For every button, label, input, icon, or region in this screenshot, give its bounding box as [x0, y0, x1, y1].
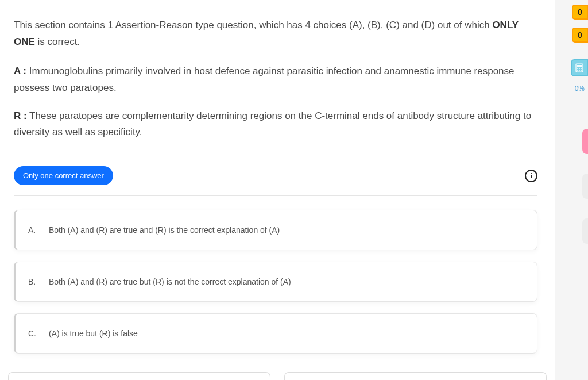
- bottom-nav-stubs: [0, 372, 555, 380]
- reason-label: R :: [14, 110, 27, 121]
- sidebar-tab-gray-2[interactable]: [582, 218, 588, 244]
- svg-point-3: [579, 68, 580, 69]
- option-letter: B.: [28, 277, 38, 286]
- svg-point-6: [579, 70, 580, 71]
- svg-point-7: [581, 70, 582, 71]
- option-letter: C.: [28, 329, 38, 338]
- divider: [14, 195, 537, 196]
- sidebar-tab-pink[interactable]: [582, 129, 588, 154]
- option-c[interactable]: C. (A) is true but (R) is false: [14, 313, 537, 354]
- sidebar-tab-gray-1[interactable]: [582, 174, 588, 199]
- calculator-icon[interactable]: [571, 59, 588, 76]
- bottom-box-right[interactable]: [284, 372, 547, 380]
- svg-point-4: [581, 68, 582, 69]
- section-instruction: This section contains 1 Assertion-Reason…: [14, 17, 537, 51]
- sidebar-divider: [565, 101, 588, 101]
- sidebar-divider: [565, 51, 588, 51]
- sidebar-counter-2[interactable]: 0: [572, 28, 588, 43]
- option-text: Both (A) and (R) are true but (R) is not…: [49, 277, 291, 286]
- reason-text: These paratopes are complementarity dete…: [14, 110, 531, 138]
- assertion-text: Immunoglobulins primarily involved in ho…: [14, 66, 514, 93]
- calculator-svg: [575, 63, 584, 72]
- option-b[interactable]: B. Both (A) and (R) are true but (R) is …: [14, 262, 537, 302]
- sidebar-percent: 0%: [575, 85, 588, 93]
- bottom-box-left[interactable]: [8, 372, 270, 380]
- question-panel: This section contains 1 Assertion-Reason…: [0, 0, 555, 380]
- sidebar-counter-1[interactable]: 0: [572, 5, 588, 20]
- option-text: (A) is true but (R) is false: [49, 329, 138, 338]
- reason-statement: R : These paratopes are complementarity …: [14, 108, 537, 141]
- assertion-statement: A : Immunoglobulins primarily involved i…: [14, 63, 537, 97]
- answer-type-row: Only one correct answer i: [14, 166, 537, 185]
- option-text: Both (A) and (R) are true and (R) is the…: [49, 225, 280, 235]
- option-letter: A.: [28, 225, 38, 235]
- instruction-prefix: This section contains 1 Assertion-Reason…: [14, 20, 492, 30]
- svg-point-2: [577, 68, 578, 69]
- option-a[interactable]: A. Both (A) and (R) are true and (R) is …: [14, 210, 537, 250]
- answer-type-badge: Only one correct answer: [14, 166, 113, 185]
- right-sidebar: 0 0 0%: [560, 0, 588, 380]
- info-icon[interactable]: i: [525, 170, 537, 182]
- instruction-suffix: is correct.: [35, 36, 80, 47]
- assertion-label: A :: [14, 66, 26, 76]
- svg-rect-1: [577, 65, 582, 67]
- svg-point-5: [577, 70, 578, 71]
